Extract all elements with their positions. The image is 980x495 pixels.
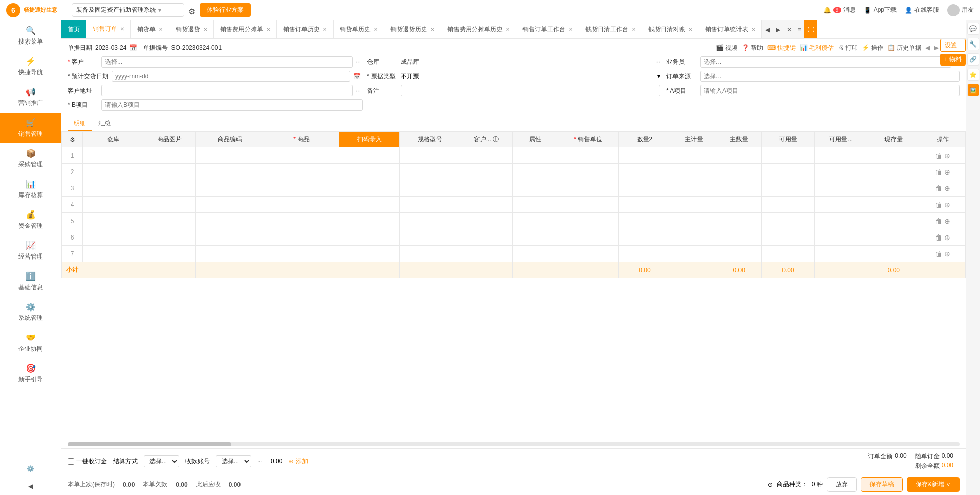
detail-tab-huizong[interactable]: 汇总	[92, 117, 117, 131]
copy-icon[interactable]: ⊕	[944, 201, 950, 209]
sidebar-item-system[interactable]: ⚙️ 系统管理	[0, 297, 61, 328]
trial-btn[interactable]: 体验行业方案	[200, 3, 251, 17]
setting-btn[interactable]: 设置	[940, 39, 966, 52]
tab-fullscreen-btn[interactable]: ⛶	[804, 20, 817, 39]
dots-btn-bottom[interactable]: ···	[257, 458, 263, 465]
sidebar-item-inventory[interactable]: 📊 库存核算	[0, 174, 61, 205]
delivery-date-input[interactable]	[112, 71, 350, 82]
add-item-btn[interactable]: + 物料	[940, 54, 966, 66]
tab-daily-workbench[interactable]: 钱货日清工作台 ✕	[579, 20, 642, 39]
sidebar-item-sales[interactable]: 🛒 销售管理	[0, 113, 61, 143]
sidebar-item-quicknav[interactable]: ⚡ 快捷导航	[0, 51, 61, 82]
tab-return-history[interactable]: 销货退货历史 ✕	[384, 20, 441, 39]
copy-icon[interactable]: ⊕	[944, 152, 950, 160]
calendar-icon[interactable]: 📅	[129, 44, 137, 51]
sidebar-item-finance[interactable]: 💰 资金管理	[0, 205, 61, 235]
copy-icon[interactable]: ⊕	[944, 250, 950, 258]
tab-close-icon[interactable]: ✕	[323, 27, 327, 32]
sidebar-item-collab[interactable]: 🤝 企业协同	[0, 328, 61, 358]
print-btn[interactable]: 🖨 打印	[838, 44, 858, 52]
delivery-calendar-icon[interactable]: 📅	[353, 73, 361, 80]
sidebar-item-search[interactable]: 🔍 搜索菜单	[0, 20, 61, 51]
detail-tab-mingxi[interactable]: 明细	[68, 117, 92, 131]
row-1-customer-code[interactable]	[460, 147, 513, 164]
row-1-product[interactable]	[264, 147, 339, 164]
delete-icon[interactable]: 🗑	[935, 217, 942, 225]
tab-return[interactable]: 销货退货 ✕	[169, 20, 214, 39]
right-panel-chat-icon[interactable]: 💬	[967, 23, 979, 35]
save-new-btn[interactable]: 保存&新增 ∨	[907, 477, 960, 492]
scrollbar-thumb[interactable]	[68, 442, 231, 446]
video-btn[interactable]: 🎬 视频	[716, 44, 737, 52]
help-btn[interactable]: ❓ 帮助	[742, 44, 763, 52]
app-download-btn[interactable]: 📱 App下载	[864, 6, 897, 14]
delete-icon[interactable]: 🗑	[935, 250, 942, 258]
tab-prev-btn[interactable]: ◀	[762, 20, 773, 39]
customer-more-btn[interactable]: ···	[356, 58, 361, 66]
staff-input[interactable]	[700, 56, 951, 68]
add-btn[interactable]: ⊕ 添加	[289, 457, 308, 466]
tab-slip-history[interactable]: 销货单历史 ✕	[334, 20, 384, 39]
tab-menu-btn[interactable]: ≡	[795, 20, 804, 39]
tab-close-icon[interactable]: ✕	[159, 27, 163, 32]
view-toggle-left[interactable]: ◀	[925, 44, 930, 51]
settlement-method-select[interactable]: 选择...	[144, 455, 179, 467]
save-draft-btn[interactable]: 保存草稿	[861, 477, 903, 492]
tab-close-icon[interactable]: ✕	[430, 27, 434, 32]
row-1-attr[interactable]	[513, 147, 558, 164]
right-panel-link-icon[interactable]: 🔗	[967, 53, 979, 66]
tab-order-workbench[interactable]: 销售订单工作台 ✕	[516, 20, 579, 39]
tab-order-stats[interactable]: 销售订单统计表 ✕	[699, 20, 762, 39]
tab-sales-slip[interactable]: 销货单 ✕	[131, 20, 169, 39]
tab-close-icon[interactable]: ✕	[688, 27, 692, 32]
sidebar-item-newbie[interactable]: 🎯 新手引导	[0, 358, 61, 389]
col-settings-icon[interactable]: ⚙	[70, 136, 75, 143]
customer-input[interactable]	[101, 56, 353, 68]
order-source-input[interactable]	[700, 71, 960, 82]
tab-expense-split[interactable]: 销售费用分摊单 ✕	[214, 20, 277, 39]
tab-order-history[interactable]: 销售订单历史 ✕	[277, 20, 334, 39]
history-btn[interactable]: 📋 历史单据	[887, 44, 921, 52]
tab-sales-order[interactable]: 销售订单 ✕	[86, 20, 131, 39]
gear-button[interactable]: ⚙	[188, 7, 195, 14]
customer-address-input[interactable]	[101, 85, 353, 96]
quick-pay-label[interactable]: 一键收订金	[68, 457, 107, 466]
tab-daily-reconcile[interactable]: 钱货日清对账 ✕	[642, 20, 699, 39]
copy-icon[interactable]: ⊕	[944, 184, 950, 192]
online-service-btn[interactable]: 👤 在线客服	[905, 6, 939, 14]
system-selector[interactable]: 装备及固定资产辅助管理系统 ▾	[72, 3, 184, 17]
right-panel-tool-icon[interactable]: 🔧	[967, 38, 979, 50]
row-2-warehouse[interactable]	[83, 164, 143, 180]
b-project-input[interactable]	[101, 99, 363, 111]
sidebar-item-basic-info[interactable]: ℹ️ 基础信息	[0, 266, 61, 297]
notification-area[interactable]: 🔔 9 消息	[823, 6, 856, 14]
tab-home[interactable]: 首页	[61, 20, 86, 39]
tab-close-icon[interactable]: ✕	[374, 27, 378, 32]
sidebar-item-marketing[interactable]: 📢 营销推广	[0, 82, 61, 113]
tab-close-icon[interactable]: ✕	[203, 27, 207, 32]
tab-close-all-btn[interactable]: ✕	[783, 20, 795, 39]
row-1-spec[interactable]	[400, 147, 460, 164]
copy-icon[interactable]: ⊕	[944, 233, 950, 242]
profit-btn[interactable]: 📊 毛利预估	[800, 44, 834, 52]
tab-close-icon[interactable]: ✕	[266, 27, 270, 32]
tab-expense-history[interactable]: 销售费用分摊单历史 ✕	[441, 20, 516, 39]
quick-pay-checkbox[interactable]	[68, 458, 74, 465]
receipt-account-select[interactable]: 选择...	[216, 455, 251, 467]
copy-icon[interactable]: ⊕	[944, 168, 950, 176]
tab-close-icon[interactable]: ✕	[569, 27, 573, 32]
sidebar-item-purchase[interactable]: 📦 采购管理	[0, 143, 61, 174]
row-1-qty2[interactable]	[618, 147, 671, 164]
row-1-warehouse[interactable]	[83, 147, 143, 164]
discard-btn[interactable]: 放弃	[827, 477, 857, 492]
operation-btn[interactable]: ⚡ 操作	[862, 44, 883, 52]
address-more-btn[interactable]: ···	[356, 87, 361, 94]
delete-icon[interactable]: 🗑	[935, 184, 942, 192]
row-1-unit[interactable]	[558, 147, 618, 164]
delete-icon[interactable]: 🗑	[935, 168, 942, 176]
right-panel-image-icon[interactable]: 🖼️	[967, 84, 979, 96]
right-panel-star-icon[interactable]: ⭐	[967, 69, 979, 81]
row-1-code[interactable]	[196, 147, 264, 164]
delete-icon[interactable]: 🗑	[935, 233, 942, 242]
sidebar-item-operations[interactable]: 📈 经营管理	[0, 235, 61, 266]
